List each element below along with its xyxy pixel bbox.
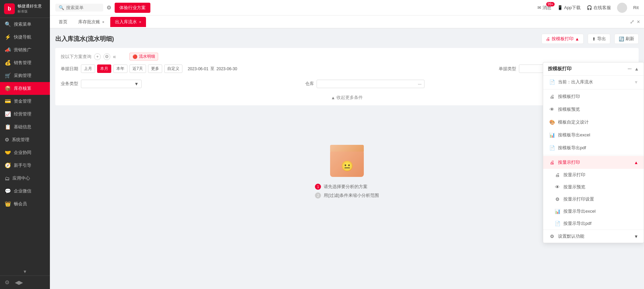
dp-current-template[interactable]: 📄 当前：出入库流水 ▼: [543, 76, 644, 88]
brand-name: 畅捷通好生意: [18, 4, 42, 9]
settings-icon[interactable]: ⚙: [5, 279, 9, 286]
step2-label: 用[过滤]条件来缩小分析范围: [324, 192, 379, 199]
edition-label: 标准版: [18, 9, 42, 14]
sidebar-scroll-down[interactable]: ▼: [0, 268, 50, 275]
empty-steps: 1 请先选择要分析的方案 2 用[过滤]条件来缩小分析范围: [315, 184, 379, 199]
sidebar-item-label: 快捷导航: [14, 34, 31, 40]
template-print-btn[interactable]: 🖨 按模板打印 ▲: [541, 34, 584, 44]
collapse-sidebar-icon[interactable]: ◀▶: [15, 279, 23, 286]
sidebar-item-operations[interactable]: 📈 经营管理: [0, 108, 50, 121]
app-download-btn[interactable]: 📱 App下载: [557, 5, 581, 11]
topbar-gear-icon[interactable]: ⚙: [107, 4, 111, 11]
refresh-btn[interactable]: 🔄 刷新: [614, 34, 639, 44]
date-range-end: 2023-06-30: [216, 67, 237, 71]
dp-footer-icon: ⚙: [549, 233, 555, 240]
date-btn-more[interactable]: 更多: [148, 64, 162, 73]
display-preview-icon: 👁: [554, 184, 561, 190]
date-btn-this-month[interactable]: 本月: [97, 64, 111, 73]
date-selector: 上月 本月 本年 近7天 更多 自定义: [81, 64, 182, 73]
dp-template-print-item[interactable]: 🖨 按模板打印: [543, 90, 644, 103]
sidebar-item-search[interactable]: 🔍 搜索菜单: [0, 18, 50, 31]
message-btn[interactable]: ✉ 消息 99+: [537, 5, 551, 11]
tab-flow[interactable]: 出入库流水 ×: [110, 17, 146, 27]
topbar-search[interactable]: 🔍: [55, 4, 103, 11]
template-print-label: 按模板打印: [552, 36, 574, 42]
tab-home-label: 首页: [59, 19, 67, 25]
basics-icon: 📋: [5, 124, 11, 130]
sidebar-item-label: 应用中心: [12, 175, 30, 181]
dp-header-more-icon[interactable]: ···: [627, 66, 632, 72]
dp-display-pdf-item[interactable]: 📄 按显示导出pdf: [543, 217, 644, 230]
date-btn-7days[interactable]: 近7天: [129, 64, 146, 73]
tab-maximize-icon[interactable]: ⤢: [630, 19, 634, 25]
tab-flow-close[interactable]: ×: [139, 20, 141, 24]
dp-display-print-section[interactable]: 🖨 按显示打印 ▲: [543, 156, 644, 169]
date-btn-custom[interactable]: 自定义: [164, 64, 182, 73]
empty-step-1: 1 请先选择要分析的方案: [315, 184, 379, 190]
filter-date-field: 单据日期 上月 本月 本年 近7天 更多 自定义: [61, 64, 182, 73]
divider1: [543, 89, 644, 89]
sidebar-item-inventory[interactable]: 📦 库存核算: [0, 82, 50, 95]
search-input[interactable]: [66, 5, 100, 10]
dp-template-excel-item[interactable]: 📊 按模板导出excel: [543, 129, 644, 141]
avatar[interactable]: [617, 3, 627, 13]
search-icon: 🔍: [59, 5, 64, 10]
step1-label: 请先选择要分析的方案: [324, 184, 368, 190]
export-icon: ⬆: [592, 36, 596, 42]
sidebar-item-label: 采购管理: [14, 73, 31, 79]
sidebar-item-marketing[interactable]: 📣 营销推广: [0, 44, 50, 56]
sidebar-item-collab[interactable]: 🤝 企业协同: [0, 146, 50, 159]
dp-template-design-item[interactable]: 🎨 模板自定义设计: [543, 116, 644, 129]
date-range-separator: 至: [210, 66, 214, 72]
sidebar-item-purchase[interactable]: 🛒 采购管理: [0, 69, 50, 82]
filter-add-btn[interactable]: +: [94, 53, 101, 60]
tab-close-all-icon[interactable]: ×: [637, 19, 640, 25]
dp-display-excel-item[interactable]: 📊 按显示导出excel: [543, 205, 644, 217]
print-icon: 🖨: [546, 36, 550, 42]
sidebar-item-guide[interactable]: 🧭 新手引导: [0, 159, 50, 172]
dp-display-print-item[interactable]: 🖨 按显示打印: [543, 169, 644, 181]
sidebar-item-quick-nav[interactable]: ⚡ 快捷导航: [0, 31, 50, 44]
trial-btn[interactable]: 体验行业方案: [115, 3, 150, 13]
purchase-icon: 🛒: [5, 73, 11, 79]
operations-icon: 📈: [5, 111, 11, 117]
dp-header-chevron-up-icon[interactable]: ▲: [634, 66, 639, 72]
tab-inventory-batch-close[interactable]: ×: [102, 20, 104, 24]
display-print-settings-icon: ⚙: [554, 196, 561, 203]
warehouse-more-icon[interactable]: ···: [418, 81, 421, 86]
sidebar-item-wechat[interactable]: 💬 企业微信: [0, 185, 50, 198]
warehouse-select[interactable]: ···: [317, 80, 425, 88]
app-center-icon: 🗂: [5, 176, 10, 181]
filter-collapse-btn[interactable]: «: [113, 54, 116, 60]
sales-icon: 💰: [5, 60, 11, 66]
sidebar-item-app-center[interactable]: 🗂 应用中心: [0, 172, 50, 185]
date-btn-prev-month[interactable]: 上月: [81, 64, 95, 73]
business-type-select[interactable]: ▼: [81, 80, 142, 88]
tab-inventory-batch[interactable]: 库存批次账 ×: [74, 17, 109, 27]
online-service-btn[interactable]: 🎧 在线客服: [587, 5, 611, 11]
template-print-icon: 🖨: [549, 93, 555, 100]
sidebar-item-basics[interactable]: 📋 基础信息: [0, 121, 50, 133]
filter-settings-btn[interactable]: ⚙: [104, 53, 110, 60]
export-label: 导出: [597, 36, 606, 42]
sidebar-item-finance[interactable]: 💳 资金管理: [0, 95, 50, 108]
sidebar-item-member[interactable]: 👑 畅会员: [0, 198, 50, 210]
dp-display-preview-item[interactable]: 👁 按显示预览: [543, 181, 644, 193]
tab-home[interactable]: 首页: [54, 17, 72, 27]
export-btn[interactable]: ⬆ 导出: [588, 34, 610, 44]
filter-tag-icon: 🔴: [133, 54, 138, 59]
collapse-up-icon: ▲: [331, 95, 335, 100]
dp-display-print-settings-item[interactable]: ⚙ 按显示打印设置: [543, 193, 644, 205]
app-download-label: App下载: [564, 5, 581, 11]
date-btn-this-year[interactable]: 本年: [113, 64, 127, 73]
dp-template-preview-item[interactable]: 👁 按模板预览: [543, 103, 644, 116]
empty-icon: 😐: [327, 136, 367, 177]
dp-footer[interactable]: ⚙ 设置默认功能 ▼: [543, 230, 644, 243]
username-label[interactable]: Rit: [633, 5, 639, 10]
filter-top-row: 按以下方案查询 + ⚙ « 🔴 流水明细: [61, 53, 633, 60]
dp-template-pdf-item[interactable]: 📄 按模板导出pdf: [543, 141, 644, 154]
sidebar-logo: b 畅捷通好生意 标准版: [0, 0, 50, 18]
sidebar-item-system[interactable]: ⚙ 系统管理: [0, 133, 50, 146]
warehouse-field: 仓库 ···: [305, 80, 425, 88]
sidebar-item-sales[interactable]: 💰 销售管理: [0, 56, 50, 69]
